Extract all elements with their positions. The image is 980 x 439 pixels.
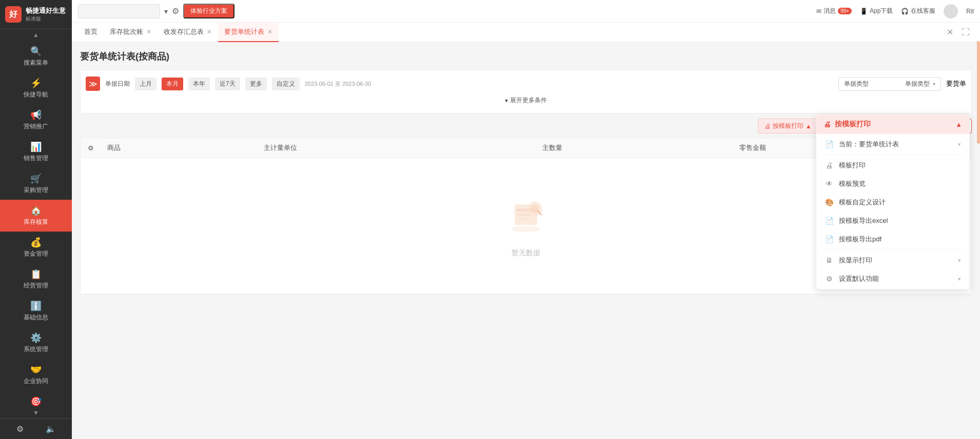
user-avatar[interactable]	[944, 4, 958, 18]
sidebar-item-label: 经营管理	[24, 281, 48, 290]
audio-footer-icon[interactable]: 🔈	[46, 424, 56, 434]
topbar: ▾ ⚙ 体验行业方案 ✉ 消息 99+ 📱 App下载 🎧 在线客服 Rit	[72, 0, 980, 23]
scroll-down-btn[interactable]: ▼	[0, 407, 72, 418]
template-excel-label: 按模板导出excel	[839, 216, 888, 225]
date-more-btn[interactable]: 更多	[245, 78, 267, 90]
filter-row: ≫ 单据日期 上月 本月 本年 近7天 更多 自定义 2023-06-01 至 …	[86, 77, 966, 91]
tab-expand-icon[interactable]: ⛶	[957, 28, 974, 37]
print-dropdown-header[interactable]: 🖨 按模板打印 ▲	[816, 114, 969, 134]
sidebar-footer: ⚙ 🔈	[0, 418, 72, 439]
scrollbar-indicator[interactable]	[977, 42, 980, 144]
service-icon: 🎧	[901, 8, 909, 15]
default-setting-arrow: ▾	[958, 276, 961, 282]
sidebar-item-inventory[interactable]: 🏠 库存核算	[0, 200, 72, 232]
sidebar-item-collab[interactable]: 🤝 企业协同	[0, 359, 72, 391]
print-options-section: 🖨 模板打印 👁 模板预览 🎨 模板自定义设计 📄 按模板导出excel 📄	[816, 155, 969, 250]
topbar-gear-icon[interactable]: ⚙	[172, 6, 179, 16]
tab-inventory-batch-label: 库存批次账	[110, 27, 143, 36]
trial-btn[interactable]: 体验行业方案	[183, 4, 234, 18]
empty-illustration	[505, 194, 546, 242]
online-service-btn[interactable]: 🎧 在线客服	[901, 7, 935, 15]
order-status-label: 要货单	[946, 79, 966, 88]
print-dropdown-icon: 🖨	[824, 120, 831, 128]
print-icon: 🖨	[765, 123, 771, 130]
sidebar-item-label: 采购管理	[24, 186, 48, 195]
print-dropdown-title: 按模板打印	[835, 120, 871, 129]
expand-label: 展开更多条件	[510, 96, 547, 105]
default-setting-item[interactable]: ⚙ 设置默认功能 ▾	[816, 270, 969, 288]
tab-order-stats[interactable]: 要货单统计表 ✕	[218, 23, 279, 42]
order-type-select[interactable]: 单据类型 单据类型 ▾	[838, 77, 941, 91]
operation-icon: 📋	[30, 269, 42, 280]
current-template-arrow: ▾	[958, 141, 961, 148]
sidebar-item-guide[interactable]: 🎯 新手引导	[0, 391, 72, 407]
sidebar-item-label: 营销推广	[24, 122, 48, 131]
col-unit: 主计量单位	[258, 138, 536, 158]
print-btn[interactable]: 🖨 按模板打印 ▲	[758, 119, 818, 133]
sidebar-item-quick-nav[interactable]: ⚡ 快捷导航	[0, 72, 72, 104]
sidebar-item-system[interactable]: ⚙️ 系统管理	[0, 327, 72, 359]
app-title: 畅捷通好生意	[26, 6, 66, 15]
sidebar-item-label: 销售管理	[24, 154, 48, 163]
template-current-icon: 📄	[825, 140, 834, 148]
search-icon: 🔍	[30, 46, 42, 57]
scroll-up-btn[interactable]: ▲	[0, 29, 72, 41]
marketing-icon: 📢	[30, 109, 42, 121]
template-print-item[interactable]: 🖨 模板打印	[816, 156, 969, 175]
sidebar-item-finance[interactable]: 💰 资金管理	[0, 232, 72, 263]
sidebar-item-marketing[interactable]: 📢 营销推广	[0, 104, 72, 136]
tab-receivable-summary[interactable]: 收发存汇总表 ✕	[158, 23, 218, 42]
app-download-btn[interactable]: 📱 App下载	[860, 7, 893, 15]
app-download-label: App下载	[870, 7, 893, 15]
date-custom-btn[interactable]: 自定义	[272, 78, 300, 90]
print-label: 按模板打印	[773, 122, 803, 130]
sidebar-item-operation[interactable]: 📋 经营管理	[0, 263, 72, 295]
current-template-item[interactable]: 📄 当前：要货单统计表 ▾	[816, 135, 969, 154]
tab-home[interactable]: 首页	[78, 23, 104, 42]
template-excel-item[interactable]: 📄 按模板导出excel	[816, 212, 969, 230]
search-dropdown-icon[interactable]: ▾	[164, 7, 168, 15]
date-prev-btn[interactable]: 上月	[135, 78, 156, 90]
print-arrow-up: ▲	[806, 123, 812, 130]
search-input[interactable]	[78, 4, 160, 18]
template-excel-icon: 📄	[825, 217, 834, 225]
settings-footer-icon[interactable]: ⚙	[16, 424, 24, 434]
template-pdf-item[interactable]: 📄 按模板导出pdf	[816, 230, 969, 249]
tab-close-all[interactable]: ✕	[943, 27, 957, 37]
template-print-label: 模板打印	[839, 161, 866, 170]
display-print-item[interactable]: 🖥 按显示打印 ▾	[816, 251, 969, 270]
tab-inventory-batch[interactable]: 库存批次账 ✕	[104, 23, 158, 42]
filter-expand-btn[interactable]: ≫	[86, 77, 100, 91]
template-preview-label: 模板预览	[839, 179, 866, 188]
sidebar-nav: 🔍 搜索菜单 ⚡ 快捷导航 📢 营销推广 📊 销售管理 🛒 采购管理 🏠 库存核…	[0, 41, 72, 407]
template-pdf-icon: 📄	[825, 235, 834, 243]
sidebar-item-label: 系统管理	[24, 345, 48, 354]
messages-btn[interactable]: ✉ 消息 99+	[816, 7, 852, 15]
tab-order-stats-label: 要货单统计表	[224, 27, 264, 36]
expand-icon: ▾	[505, 97, 508, 104]
template-preview-item[interactable]: 👁 模板预览	[816, 175, 969, 193]
svg-point-0	[512, 226, 540, 232]
tab-inventory-batch-close[interactable]: ✕	[146, 29, 151, 35]
date-current-btn[interactable]: 本月	[162, 78, 183, 90]
messages-label: 消息	[824, 7, 836, 15]
tab-receivable-summary-close[interactable]: ✕	[207, 29, 212, 35]
template-pdf-label: 按模板导出pdf	[839, 235, 881, 244]
col-product: 商品	[101, 138, 258, 158]
empty-text: 暂无数据	[512, 249, 540, 258]
date-year-btn[interactable]: 本年	[188, 78, 210, 90]
display-print-arrow: ▾	[958, 257, 961, 264]
sidebar-item-sales[interactable]: 📊 销售管理	[0, 136, 72, 168]
date-recent7-btn[interactable]: 近7天	[215, 78, 240, 90]
page-title: 要货单统计表(按商品)	[80, 50, 972, 63]
default-setting-icon: ⚙	[825, 275, 834, 283]
col-settings[interactable]: ⚙	[81, 138, 101, 158]
sidebar-item-purchase[interactable]: 🛒 采购管理	[0, 168, 72, 200]
sidebar-item-search[interactable]: 🔍 搜索菜单	[0, 41, 72, 72]
template-custom-item[interactable]: 🎨 模板自定义设计	[816, 193, 969, 212]
sidebar-item-basic[interactable]: ℹ️ 基础信息	[0, 295, 72, 327]
current-template-label: 当前：要货单统计表	[839, 140, 899, 149]
online-service-label: 在线客服	[911, 7, 935, 15]
tab-order-stats-close[interactable]: ✕	[267, 29, 272, 35]
expand-more-btn[interactable]: ▾ 展开更多条件	[499, 94, 553, 107]
